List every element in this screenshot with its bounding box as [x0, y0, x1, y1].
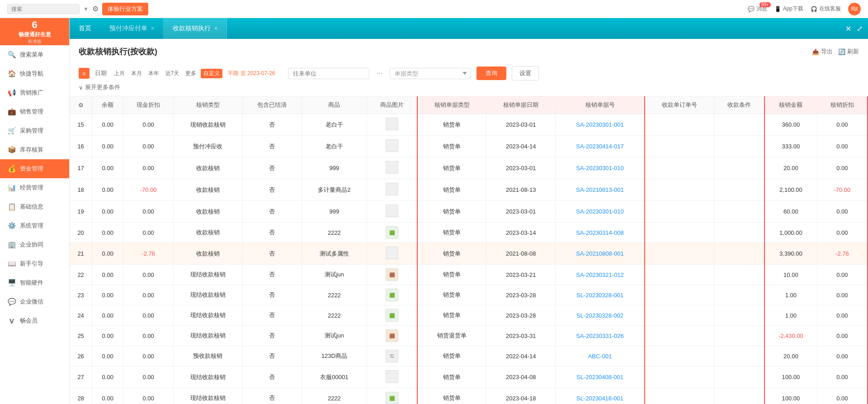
expand-arrow-btn[interactable]: »: [79, 68, 90, 79]
tab-prepay-close[interactable]: ×: [151, 25, 154, 32]
sidebar-item-member[interactable]: V 畅会员: [0, 311, 69, 330]
cell-cancel-discount: 0.00: [817, 326, 868, 346]
bill-no-link[interactable]: SA-20210808-001: [576, 250, 624, 257]
close-window-icon[interactable]: ✕: [845, 24, 851, 33]
bill-no-link[interactable]: SA-20230321-012: [576, 271, 624, 278]
sidebar-item-wechat[interactable]: 💬 企业微信: [0, 292, 69, 311]
search-input[interactable]: [7, 4, 80, 14]
party-dots[interactable]: ···: [377, 69, 382, 77]
sidebar-item-marketing[interactable]: 📢 营销推广: [0, 83, 69, 102]
settings-btn[interactable]: 设置: [512, 66, 539, 81]
bill-no-link[interactable]: SL-20230418-001: [576, 395, 623, 402]
message-btn[interactable]: 💬 消息 99+: [748, 5, 767, 13]
cell-product: 测试jun: [302, 265, 367, 285]
cell-receipt-condition: [714, 179, 764, 201]
cell-receipt-order-no: [645, 305, 714, 326]
bill-no-link[interactable]: SL-20230328-001: [576, 292, 623, 299]
sidebar-item-purchase[interactable]: 🛒 采购管理: [0, 121, 69, 140]
date-btn-more[interactable]: 更多: [184, 69, 198, 78]
cell-receipt-order-no: [645, 326, 714, 346]
cell-cancel-bill-no: SA-20230314-008: [556, 223, 645, 243]
cell-cancel-discount: 0.00: [817, 285, 868, 305]
cell-cancel-bill-date: 2023-04-18: [486, 388, 556, 404]
bill-no-link[interactable]: SA-20230314-008: [576, 229, 624, 236]
cell-num: 17: [70, 157, 92, 179]
cell-receipt-order-no: [645, 388, 714, 404]
logo-text: 畅捷通好生意: [19, 31, 51, 38]
sidebar-item-system[interactable]: ⚙️ 系统管理: [0, 216, 69, 235]
sidebar-item-corp[interactable]: 🏢 企业协同: [0, 235, 69, 254]
industry-btn[interactable]: 体验行业方案: [102, 3, 148, 15]
bill-no-link[interactable]: SA-20230414-017: [576, 143, 624, 150]
col-gear[interactable]: ⚙: [70, 96, 92, 114]
sidebar-item-sales[interactable]: 💼 销售管理: [0, 102, 69, 121]
cell-cancel-bill-type: 销货单: [417, 114, 486, 136]
date-btn-this-year[interactable]: 本年: [146, 69, 161, 78]
cell-cancel-discount: -70.00: [817, 179, 868, 201]
avatar[interactable]: Rit: [848, 3, 861, 15]
cell-cancel-bill-no: SA-20230331-026: [556, 326, 645, 346]
sidebar-item-inventory[interactable]: 📦 库存核算: [0, 140, 69, 159]
page-title-actions: 📤 导出 🔄 刷新: [812, 48, 859, 56]
query-btn[interactable]: 查询: [476, 67, 506, 80]
cell-product-img: 🏗: [367, 346, 417, 366]
bill-no-link[interactable]: SA-20210813-001: [576, 186, 624, 193]
refresh-btn[interactable]: 🔄 刷新: [838, 48, 859, 56]
cell-cancel-bill-date: 2023-03-21: [486, 265, 556, 285]
bill-no-link[interactable]: SA-20230301-001: [576, 121, 624, 128]
cell-receipt-order-no: [645, 243, 714, 265]
tab-cancel[interactable]: 收款核销执行 ×: [164, 18, 227, 39]
sidebar-item-base[interactable]: 📋 基础信息: [0, 197, 69, 216]
date-btn-last-month[interactable]: 上月: [112, 69, 127, 78]
cell-cancel-type: 预付冲应收: [174, 136, 243, 157]
purchase-icon: 🛒: [7, 127, 16, 135]
online-service-btn[interactable]: 🎧 在线客服: [811, 5, 841, 13]
cell-product: 老白干: [302, 136, 367, 157]
sidebar-item-newbie[interactable]: 📖 新手引导: [0, 254, 69, 273]
sidebar-item-shortcut[interactable]: 🏠 快捷导航: [0, 64, 69, 83]
cell-cancel-type: 现结收款核销: [174, 366, 243, 388]
tab-cancel-close[interactable]: ×: [214, 25, 217, 32]
cell-cancel-type: 现结收款核销: [174, 388, 243, 404]
tab-prepay[interactable]: 预付冲应付单 ×: [100, 18, 164, 39]
date-btn-7days[interactable]: 近7天: [164, 69, 181, 78]
date-btn-custom[interactable]: 自定义: [201, 69, 222, 78]
cell-product-img: [367, 136, 417, 157]
cell-cancel-bill-date: 2023-03-01: [486, 201, 556, 223]
col-receipt-order-no: 收款单订单号: [645, 96, 714, 114]
date-label: 日期: [95, 69, 107, 77]
sidebar-item-finance[interactable]: 💰 资金管理: [0, 159, 69, 178]
bill-no-link[interactable]: SA-20230301-010: [576, 165, 624, 171]
date-btn-this-month[interactable]: 本月: [129, 69, 144, 78]
maximize-icon[interactable]: ⤢: [857, 24, 863, 33]
cell-num: 20: [70, 223, 92, 243]
cell-cancel-bill-type: 销货单: [417, 265, 486, 285]
app-download-btn[interactable]: 📱 App下载: [774, 5, 803, 13]
cell-receipt-order-no: [645, 366, 714, 388]
filter-expand-btn[interactable]: ∨ 展开更多条件: [79, 83, 859, 91]
export-btn[interactable]: 📤 导出: [812, 48, 833, 56]
table-row: 26 0.00 0.00 预收款核销 否 123D商品 🏗 销货单 2022-0…: [70, 346, 868, 366]
sidebar-item-search[interactable]: 🔍 搜索菜单: [0, 45, 69, 64]
cell-cash-discount: 0.00: [123, 223, 174, 243]
sidebar-item-business[interactable]: 📊 经营管理: [0, 178, 69, 197]
sidebar-item-hardware[interactable]: 🖥️ 智能硬件: [0, 273, 69, 292]
bill-no-link[interactable]: SL-20230328-002: [576, 312, 623, 319]
gear-icon[interactable]: ⚙: [78, 102, 84, 109]
cell-receipt-order-no: [645, 157, 714, 179]
settings-icon[interactable]: ⚙: [92, 5, 99, 13]
cell-cancel-bill-type: 销货单: [417, 223, 486, 243]
message-icon: 💬: [748, 6, 755, 12]
bill-no-link[interactable]: SA-20230301-010: [576, 208, 624, 215]
party-input[interactable]: [288, 68, 369, 79]
bill-type-select[interactable]: 单据类型: [390, 68, 471, 79]
filter-area: » 日期 上月 本月 本年 近7天 更多 自定义 不限 至 2023-07-26: [70, 62, 868, 96]
bill-no-link[interactable]: SL-20230408-001: [576, 374, 623, 380]
cell-cancel-amount: 360.00: [764, 114, 817, 136]
bill-no-link[interactable]: ABC-001: [588, 353, 612, 360]
cell-cancel-bill-type: 销货单: [417, 366, 486, 388]
bill-no-link[interactable]: SA-20230331-026: [576, 333, 624, 339]
cell-cancel-discount: 0.00: [817, 201, 868, 223]
tab-home[interactable]: 首页: [70, 24, 100, 33]
table-scroll[interactable]: ⚙ 余额 现金折扣 核销类型 包含已结清 商品 商品图片 核销单据类型 核销单据…: [70, 96, 868, 404]
